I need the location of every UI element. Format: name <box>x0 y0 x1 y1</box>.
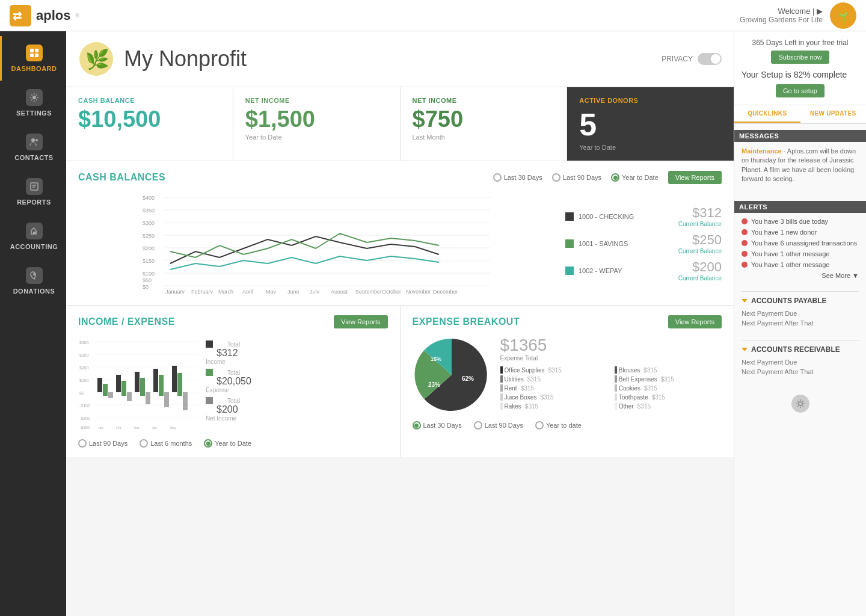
filter-last30[interactable]: Last 30 Days <box>493 173 542 182</box>
svg-text:$50: $50 <box>143 277 152 283</box>
filter-last90[interactable]: Last 90 Days <box>552 173 601 182</box>
expense-filter-last30[interactable]: Last 30 Days <box>413 421 462 430</box>
svg-text:$300: $300 <box>79 353 89 357</box>
expense-item-6: Juice Boxes $315 <box>500 393 607 401</box>
reports-icon <box>26 178 43 195</box>
trial-text: 365 Days Left in your free trial <box>742 38 859 47</box>
accounts-payable-title[interactable]: ACCOUNTS PAYABLE <box>742 297 859 305</box>
stat-donors-label: ACTIVE DONORS <box>579 97 722 104</box>
sidebar-item-accounting[interactable]: ACCOUNTING <box>0 214 66 259</box>
income-radio-ytd <box>204 439 212 448</box>
message-link[interactable]: Maintenance <box>742 147 782 155</box>
accounts-receivable-title[interactable]: ACCOUNTS RECEIVABLE <box>742 345 859 354</box>
cash-balances-controls: Last 30 Days Last 90 Days Year to Date V… <box>493 171 722 184</box>
privacy-toggle[interactable]: PRIVACY <box>662 53 722 65</box>
sidebar-item-dashboard[interactable]: DASHBOARD <box>0 36 66 81</box>
sidebar-reports-label: REPORTS <box>17 199 51 206</box>
expense-item-2: Utilities $315 <box>500 375 607 383</box>
svg-rect-76 <box>183 392 188 410</box>
expense-filter-ytd[interactable]: Year to date <box>535 421 582 430</box>
see-more[interactable]: See More ▼ <box>742 272 859 279</box>
svg-text:May: May <box>266 289 277 294</box>
svg-text:Jan.: Jan. <box>98 426 103 430</box>
expense-details: $1365 Expense Total Office Supplies $315… <box>500 336 722 410</box>
income-filter-last90[interactable]: Last 90 Days <box>78 439 127 448</box>
svg-text:May: May <box>170 426 176 430</box>
alert-dot-0 <box>742 218 748 224</box>
svg-rect-71 <box>153 369 158 392</box>
tab-row: QUICKLINKS NEW UPDATES <box>734 105 866 124</box>
account-checking-left: 1000 - CHECKING <box>565 212 634 221</box>
account-wepay-left: 1002 - WEPAY <box>565 266 622 275</box>
wepay-name: 1002 - WEPAY <box>579 267 622 274</box>
svg-text:$100: $100 <box>143 271 155 277</box>
income-view-reports-btn[interactable]: View Reports <box>334 315 387 328</box>
filter-ytd[interactable]: Year to Date <box>611 173 659 182</box>
privacy-label: PRIVACY <box>662 55 693 63</box>
checking-balance: $312 <box>678 205 722 221</box>
svg-text:⇄: ⇄ <box>13 10 22 22</box>
income-filter-last6m[interactable]: Last 6 months <box>140 439 192 448</box>
sidebar-item-donations[interactable]: DONATIONS <box>0 259 66 303</box>
messages-section: MESSAGES Maintenance - Aplos.com will be… <box>734 124 866 195</box>
ap-next-after-row: Next Payment After That <box>742 318 859 328</box>
svg-point-8 <box>32 96 36 99</box>
pie-chart-svg: 62% 23% 15% <box>413 336 491 414</box>
income-header: INCOME / EXPENSE View Reports <box>78 315 388 328</box>
tab-new-updates[interactable]: NEW UPDATES <box>800 105 867 123</box>
go-setup-btn[interactable]: Go to setup <box>776 84 825 97</box>
ar-chevron-icon <box>742 348 748 351</box>
logo-area: ⇄ aplos ® <box>10 5 79 26</box>
sidebar-item-contacts[interactable]: CONTACTS <box>0 125 66 170</box>
svg-text:Apr.: Apr. <box>152 426 158 430</box>
svg-rect-63 <box>103 384 108 396</box>
svg-text:$400: $400 <box>143 195 155 201</box>
svg-point-85 <box>799 402 802 405</box>
svg-text:$0: $0 <box>79 391 84 395</box>
svg-text:$150: $150 <box>143 258 155 264</box>
svg-point-10 <box>35 139 38 141</box>
cash-chart-area: $400 $350 $300 $250 $200 $150 $100 $50 $… <box>78 191 722 295</box>
svg-text:$100: $100 <box>79 378 89 383</box>
sidebar-item-settings[interactable]: SETTINGS <box>0 81 66 125</box>
right-panel: 365 Days Left in your free trial Subscri… <box>734 31 866 616</box>
sidebar-donations-label: DONATIONS <box>13 288 55 295</box>
net-legend-color <box>206 397 213 404</box>
sidebar-item-reports[interactable]: REPORTS <box>0 170 66 214</box>
expense-item-5: Cookies $315 <box>615 384 722 392</box>
cash-balances-header: CASH BALANCES Last 30 Days Last 90 Days … <box>78 171 722 184</box>
org-header-icon: 🌿 <box>78 41 114 77</box>
alert-dot-2 <box>742 240 748 246</box>
bottom-sections: INCOME / EXPENSE View Reports $400 $300 … <box>66 306 734 457</box>
income-time-filters: Last 90 Days Last 6 months Year to Date <box>78 439 388 448</box>
expense-filter-last90[interactable]: Last 90 Days <box>474 421 523 430</box>
svg-text:-$300: -$300 <box>79 425 90 430</box>
savings-balance-label: Current Balance <box>678 248 722 254</box>
org-logo: 🌱 <box>830 2 856 29</box>
income-filter-ytd[interactable]: Year to Date <box>204 439 251 448</box>
savings-balance: $250 <box>678 232 722 248</box>
stat-donors-value: 5 <box>579 106 722 143</box>
stats-row: CASH BALANCE $10,500 NET INCOME $1,500 Y… <box>66 87 734 161</box>
svg-rect-4 <box>30 49 34 52</box>
gear-button[interactable] <box>791 395 809 413</box>
tab-quicklinks[interactable]: QUICKLINKS <box>734 105 800 123</box>
svg-point-15 <box>33 273 35 276</box>
ar-next-label: Next Payment Due <box>742 359 797 366</box>
expense-view-reports-btn[interactable]: View Reports <box>668 315 722 328</box>
org-name-header: Growing Gardens For Life <box>740 16 823 24</box>
svg-text:$250: $250 <box>143 233 155 239</box>
cash-view-reports-btn[interactable]: View Reports <box>668 171 722 184</box>
svg-text:Feb.: Feb. <box>116 426 122 430</box>
privacy-switch[interactable] <box>698 53 722 65</box>
svg-text:July: July <box>310 289 320 294</box>
savings-color <box>565 239 574 248</box>
svg-text:$350: $350 <box>143 208 155 214</box>
header-right: Welcome | ▶ Growing Gardens For Life 🌱 <box>740 2 856 29</box>
stat-netlm-sublabel: Last Month <box>413 134 555 141</box>
cash-balances-title: CASH BALANCES <box>78 172 165 183</box>
sidebar-dashboard-label: DASHBOARD <box>11 65 57 72</box>
subscribe-btn[interactable]: Subscribe now <box>771 51 829 64</box>
svg-text:April: April <box>242 289 253 294</box>
svg-rect-75 <box>177 373 182 396</box>
